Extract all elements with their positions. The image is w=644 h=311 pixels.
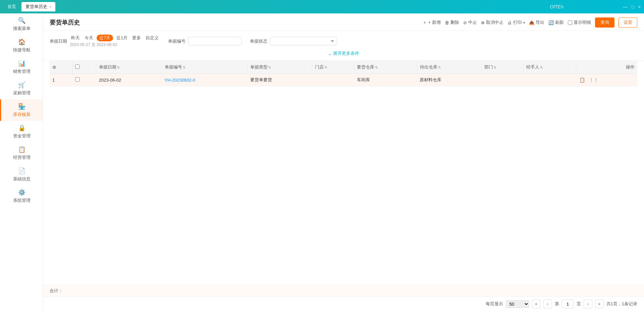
window-minimize-btn[interactable]: —	[623, 4, 628, 9]
page-number-input[interactable]	[562, 300, 574, 308]
sort-handler[interactable]: 经手人 ⇅	[526, 64, 543, 70]
th-date[interactable]: 单据日期 ⇅	[96, 61, 162, 74]
th-dept[interactable]: 部门 ⇅	[481, 61, 524, 74]
shortcut-7days[interactable]: 近7天	[97, 35, 113, 41]
expand-more-btn[interactable]: ⌄ 展开更多条件	[50, 50, 637, 56]
shortcut-yesterday[interactable]: 昨天	[70, 35, 81, 41]
last-page-btn[interactable]: »	[595, 300, 604, 308]
sidebar-item-basic-info-label: 基础信息	[13, 176, 31, 182]
sort-doc-no-icon: ⇅	[183, 65, 185, 69]
sidebar-item-inventory[interactable]: 🏪 库存核算	[0, 99, 43, 121]
delete-button[interactable]: 🗑 删除	[445, 19, 459, 26]
shortcut-more[interactable]: 更多	[131, 35, 142, 41]
sort-pending-warehouse[interactable]: 待出仓库 ⇅	[420, 64, 441, 70]
top-bar: 首页 要货单历史 × OfTEn — □ ×	[0, 0, 644, 13]
th-pending-warehouse[interactable]: 待出仓库 ⇅	[417, 61, 481, 74]
select-all-checkbox[interactable]	[75, 64, 79, 69]
cell-checkbox[interactable]	[72, 74, 96, 86]
settings-button[interactable]: 设置	[619, 17, 637, 28]
th-req-warehouse[interactable]: 要货仓库 ⇅	[354, 61, 417, 74]
prev-page-btn[interactable]: ‹	[543, 300, 552, 308]
sidebar-item-quick-nav-label: 快捷导航	[13, 47, 31, 53]
sort-handler-icon: ⇅	[540, 65, 543, 69]
pagination-bar: 每页显示 20 50 100 « ‹ 第 页 › » 共1页，1条记录	[43, 297, 644, 311]
th-settings[interactable]: ⚙	[50, 61, 72, 74]
new-button[interactable]: ＋ + 新增	[423, 19, 441, 26]
cell-store	[312, 74, 354, 86]
tab-home[interactable]: 首页	[3, 2, 20, 11]
date-filter-label: 单据日期	[50, 38, 67, 44]
operations-mgmt-icon: 📋	[18, 146, 25, 153]
tab-close-icon[interactable]: ×	[49, 5, 51, 9]
shortcut-1month[interactable]: 近1月	[115, 35, 129, 41]
sidebar-item-operations-mgmt[interactable]: 📋 经营管理	[0, 142, 43, 164]
cancel-suspend-button[interactable]: ⊗ 取消中止	[481, 19, 503, 26]
page-header: 要货单历史 ＋ + 新增 🗑 删除 ⊘ 中止 ⊗ 取消中止	[43, 13, 644, 31]
show-detail-label: 显示明细	[574, 19, 591, 26]
date-range-display: 2023-05-27 至 2023-06-02	[70, 42, 160, 48]
th-checkbox[interactable]	[72, 61, 96, 74]
show-detail-checkbox[interactable]: 显示明细	[568, 19, 591, 26]
tab-requisition-history[interactable]: 要货单历史 ×	[21, 2, 55, 11]
total-info: 共1页，1条记录	[606, 301, 637, 307]
sort-date-icon: ⇅	[117, 65, 120, 69]
table-row[interactable]: 1 2023-06-02 YH-20230602-0 要货单要货 车间库 原材料…	[50, 74, 637, 86]
cancel-suspend-label: 取消中止	[486, 19, 503, 26]
more-action-btn[interactable]: ⋮⋮	[588, 77, 599, 83]
sidebar-item-system-mgmt-label: 系统管理	[13, 197, 31, 204]
export-icon: 📤	[529, 20, 534, 25]
delete-icon: 🗑	[445, 20, 449, 25]
sidebar-item-finance-mgmt[interactable]: 🔒 资金管理	[0, 121, 43, 142]
show-detail-input[interactable]	[568, 20, 572, 25]
sort-date[interactable]: 单据日期 ⇅	[99, 64, 120, 70]
sort-doc-no[interactable]: 单据编号 ⇅	[165, 64, 185, 70]
sidebar-item-quick-nav[interactable]: 🏠 快捷导航	[0, 35, 43, 56]
th-doc-no[interactable]: 单据编号 ⇅	[162, 61, 248, 74]
new-icon: ＋	[423, 19, 427, 26]
row-checkbox[interactable]	[75, 77, 79, 82]
sort-store-icon: ⇅	[324, 65, 327, 69]
sidebar-item-basic-info[interactable]: 📄 基础信息	[0, 164, 43, 185]
query-button[interactable]: 查询	[595, 17, 614, 28]
cell-date: 2023-06-02	[96, 74, 162, 86]
window-close-btn[interactable]: ×	[638, 4, 641, 9]
view-action-btn[interactable]: 📋	[579, 77, 586, 83]
export-button[interactable]: 📤 导出	[529, 19, 544, 26]
first-page-btn[interactable]: «	[532, 300, 541, 308]
suspend-button[interactable]: ⊘ 中止	[463, 19, 477, 26]
date-shortcuts: 昨天 今天 近7天 近1月 更多 自定义	[70, 35, 160, 41]
th-store[interactable]: 门店 ⇅	[312, 61, 354, 74]
refresh-icon: 🔄	[548, 20, 554, 25]
sort-dept[interactable]: 部门 ⇅	[484, 64, 496, 70]
window-controls: OfTEn — □ ×	[623, 4, 641, 9]
sort-doc-type[interactable]: 单据类型 ⇅	[250, 64, 271, 70]
per-page-label: 每页显示	[486, 301, 503, 307]
shortcut-custom[interactable]: 自定义	[144, 35, 160, 41]
th-doc-type[interactable]: 单据类型 ⇅	[248, 61, 312, 74]
table-footer: 合计：	[43, 285, 644, 297]
print-button[interactable]: 🖨 打印 ▾	[507, 19, 525, 26]
status-select[interactable]	[270, 37, 337, 45]
per-page-select[interactable]: 20 50 100	[506, 300, 529, 308]
data-table: ⚙ 单据日期 ⇅ 单据编号 ⇅	[50, 61, 637, 86]
doc-no-filter-label: 单据编号	[168, 38, 185, 44]
sort-store[interactable]: 门店 ⇅	[315, 64, 327, 70]
toolbar: ＋ + 新增 🗑 删除 ⊘ 中止 ⊗ 取消中止 🖨 打印	[423, 17, 637, 28]
sidebar-item-sales-mgmt[interactable]: 📊 销售管理	[0, 56, 43, 78]
window-maximize-btn[interactable]: □	[632, 4, 634, 9]
sidebar-item-system-mgmt[interactable]: ⚙️ 系统管理	[0, 185, 43, 207]
cell-doc-no[interactable]: YH-20230602-0	[162, 74, 248, 86]
sidebar-item-purchase-mgmt[interactable]: 🛒 采购管理	[0, 78, 43, 99]
tab-home-label: 首页	[7, 4, 16, 10]
sort-pending-warehouse-icon: ⇅	[438, 65, 441, 69]
th-handler[interactable]: 经手人 ⇅	[524, 61, 576, 74]
sort-req-warehouse[interactable]: 要货仓库 ⇅	[357, 64, 378, 70]
shortcut-today[interactable]: 今天	[83, 35, 95, 41]
doc-no-input[interactable]	[188, 37, 242, 45]
print-icon: 🖨	[507, 20, 512, 25]
sidebar-item-search-menu[interactable]: 🔍 搜索菜单	[0, 13, 43, 35]
refresh-button[interactable]: 🔄 刷新	[548, 19, 564, 26]
doc-no-link[interactable]: YH-20230602-0	[164, 78, 195, 83]
next-page-btn[interactable]: ›	[584, 300, 592, 308]
finance-mgmt-icon: 🔒	[18, 124, 25, 132]
